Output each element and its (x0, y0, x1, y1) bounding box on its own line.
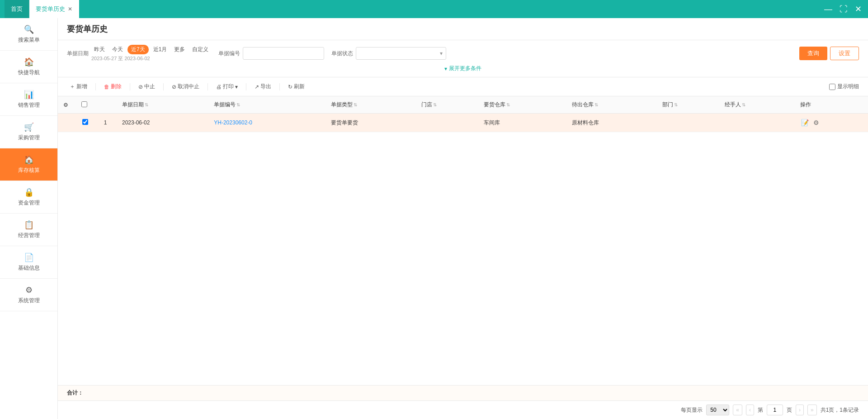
doc-no-input[interactable] (243, 47, 324, 60)
last-page-btn[interactable]: » (807, 405, 817, 415)
doc-status-select[interactable] (356, 47, 446, 60)
sort-icon-department: ⇅ (674, 102, 678, 107)
expand-more-btn[interactable]: ▾ 展开更多条件 (444, 65, 481, 72)
sidebar-item-search-menu[interactable]: 🔍 搜索菜单 (0, 18, 57, 51)
select-all-checkbox[interactable] (81, 101, 87, 107)
sort-icon-doc-type: ⇅ (354, 102, 357, 107)
search-menu-icon: 🔍 (24, 24, 34, 34)
chevron-down-icon: ▾ (444, 66, 447, 72)
col-store-header[interactable]: 门店⇅ (416, 96, 478, 114)
filter-panel: 单据日期 昨天 今天 近7天 近1月 更多 自定义 2023-05-27 至 2… (58, 40, 868, 77)
toolbar-divider-1 (95, 83, 96, 90)
col-doc-date-header[interactable]: 单据日期⇅ (117, 96, 208, 114)
sidebar-item-label: 采购管理 (18, 134, 40, 142)
table-container: ⚙ 单据日期⇅ 单据编号⇅ 单 (58, 96, 868, 385)
page-number-input[interactable] (767, 405, 783, 415)
date-btn-custom[interactable]: 自定义 (189, 45, 211, 54)
row-req-warehouse: 车间库 (484, 119, 500, 126)
display-detail-checkbox[interactable] (829, 84, 835, 90)
window-maximize-btn[interactable]: ⛶ (838, 5, 849, 14)
row-department-cell (657, 114, 719, 132)
print-btn-label: 打印 (223, 83, 234, 90)
page-label: 第 (758, 406, 763, 414)
tab-close-icon[interactable]: ✕ (68, 6, 72, 12)
tab-home-label: 首页 (11, 5, 23, 13)
content-area: 要货单历史 单据日期 昨天 今天 近7天 近1月 更多 (58, 18, 868, 419)
col-doc-no-header[interactable]: 单据编号⇅ (208, 96, 326, 114)
sidebar-item-sales-mgmt[interactable]: 📊 销售管理 (0, 83, 57, 116)
col-num-header (94, 96, 117, 114)
row-edit-btn[interactable]: 📝 (800, 118, 810, 127)
row-doc-no-link[interactable]: YH-20230602-0 (214, 119, 252, 126)
display-detail-toggle: 显示明细 (829, 83, 859, 90)
doc-status-filter-group: 单据状态 (331, 47, 446, 60)
prev-page-btn[interactable]: ‹ (746, 405, 754, 415)
tab-home[interactable]: 首页 (5, 0, 29, 18)
date-btn-1month[interactable]: 近1月 (151, 45, 170, 54)
top-bar: 首页 要货单历史 ✕ — ⛶ ✕ (0, 0, 868, 18)
col-doc-type-header[interactable]: 单据类型⇅ (326, 96, 416, 114)
refresh-icon: ↻ (288, 84, 292, 90)
date-btn-7days[interactable]: 近7天 (127, 45, 149, 54)
stop-btn[interactable]: ⊘ 中止 (136, 81, 158, 92)
sidebar-item-base-info[interactable]: 📄 基础信息 (0, 246, 57, 279)
sidebar-item-system-mgmt[interactable]: ⚙ 系统管理 (0, 279, 57, 311)
row-num-cell: 1 (94, 114, 117, 132)
table-body: 1 2023-06-02 YH-20230602-0 要货单要货 (58, 114, 868, 132)
new-btn[interactable]: ＋ 新增 (67, 81, 90, 92)
refresh-btn[interactable]: ↻ 刷新 (285, 81, 307, 92)
export-btn[interactable]: ↗ 导出 (252, 81, 274, 92)
new-btn-label: 新增 (76, 83, 87, 90)
col-handler-header[interactable]: 经手人⇅ (719, 96, 795, 114)
filter-row-1: 单据日期 昨天 今天 近7天 近1月 更多 自定义 2023-05-27 至 2… (67, 45, 859, 62)
cancel-stop-btn[interactable]: ⊘ 取消中止 (169, 81, 202, 92)
doc-no-filter-group: 单据编号 (218, 47, 324, 60)
sidebar-item-quick-nav[interactable]: 🏠 快捷导航 (0, 51, 57, 83)
first-page-btn[interactable]: « (733, 405, 742, 415)
expand-row: ▾ 展开更多条件 (67, 65, 859, 72)
date-filter-label: 单据日期 (67, 50, 89, 57)
print-btn[interactable]: 🖨 打印 ▾ (213, 81, 241, 92)
tab-requisition-history[interactable]: 要货单历史 ✕ (29, 0, 79, 18)
setting-button[interactable]: 设置 (830, 47, 859, 60)
row-ops-cell: 📝 ⚙ (795, 114, 868, 132)
toolbar-divider-2 (130, 83, 130, 90)
sidebar-item-finance-mgmt[interactable]: 🔒 资金管理 (0, 181, 57, 214)
col-department-header[interactable]: 部门⇅ (657, 96, 719, 114)
table-head: ⚙ 单据日期⇅ 单据编号⇅ 单 (58, 96, 868, 114)
col-pending-warehouse-header[interactable]: 待出仓库⇅ (566, 96, 657, 114)
sort-icon-pending-warehouse: ⇅ (594, 102, 598, 107)
row-pending-warehouse-cell: 原材料仓库 (566, 114, 657, 132)
purchase-mgmt-icon: 🛒 (24, 122, 34, 132)
date-btn-yesterday[interactable]: 昨天 (91, 45, 108, 54)
plus-icon: ＋ (70, 83, 75, 90)
sidebar-item-label: 系统管理 (18, 297, 40, 305)
toolbar-divider-4 (208, 83, 208, 90)
table-header-row: ⚙ 单据日期⇅ 单据编号⇅ 单 (58, 96, 868, 114)
date-btn-more[interactable]: 更多 (171, 45, 188, 54)
row-pending-warehouse: 原材料仓库 (572, 119, 599, 126)
cancel-stop-btn-label: 取消中止 (178, 83, 199, 90)
delete-btn[interactable]: 🗑 删除 (101, 81, 124, 92)
sidebar-item-ops-mgmt[interactable]: 📋 经营管理 (0, 214, 57, 246)
page-size-select[interactable]: 10 20 50 100 (706, 405, 729, 415)
sidebar-item-label: 搜索菜单 (18, 36, 40, 44)
row-checkbox[interactable] (82, 119, 88, 125)
sidebar-item-purchase-mgmt[interactable]: 🛒 采购管理 (0, 116, 57, 148)
col-req-warehouse-header[interactable]: 要货仓库⇅ (478, 96, 566, 114)
col-settings-header[interactable]: ⚙ (58, 96, 76, 114)
row-req-warehouse-cell: 车间库 (478, 114, 566, 132)
footer-total-label: 合计： (67, 389, 83, 397)
window-minimize-btn[interactable]: — (822, 5, 834, 14)
date-btn-today[interactable]: 今天 (109, 45, 126, 54)
total-info: 共1页，1条记录 (821, 406, 859, 414)
export-icon: ↗ (255, 84, 259, 90)
sidebar-item-inventory-calc[interactable]: 🏠 库存核算 (0, 148, 57, 181)
window-close-btn[interactable]: ✕ (853, 4, 863, 14)
row-more-btn[interactable]: ⚙ (812, 118, 820, 127)
sort-icon-req-warehouse: ⇅ (506, 102, 510, 107)
row-doc-type-cell: 要货单要货 (326, 114, 416, 132)
table-row: 1 2023-06-02 YH-20230602-0 要货单要货 (58, 114, 868, 132)
next-page-btn[interactable]: › (796, 405, 804, 415)
query-button[interactable]: 查询 (799, 47, 827, 60)
